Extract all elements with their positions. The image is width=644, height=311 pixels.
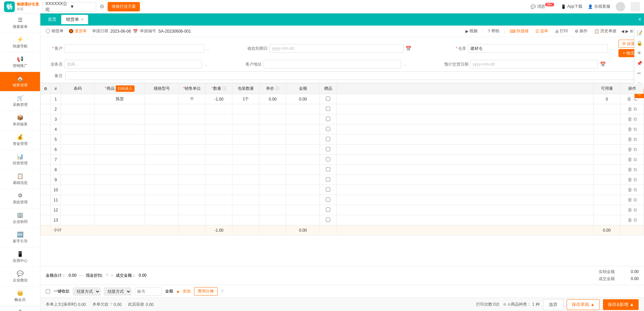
app-download-btn[interactable]: 📱 App下载	[561, 4, 582, 9]
delete-icon-1[interactable]: 🗑	[626, 96, 632, 102]
row-barcode-1[interactable]	[61, 94, 94, 104]
scan-btn[interactable]: 扫码录入	[116, 85, 135, 92]
copy-icon[interactable]: ⧉	[633, 126, 638, 132]
expense-help-icon[interactable]: ?	[221, 289, 223, 294]
delivery-calendar-icon[interactable]: 📅	[600, 62, 606, 67]
add-label[interactable]: 添加	[183, 288, 191, 294]
sidebar-item-sales[interactable]: 🏠 销售管理	[0, 72, 40, 91]
due-date-calendar-icon[interactable]: 📅	[406, 46, 411, 51]
sidebar-item-base[interactable]: 📋 基础信息	[0, 169, 40, 189]
staff-more-icon[interactable]: ...	[204, 62, 207, 67]
address-input[interactable]	[264, 60, 401, 69]
row-spec-1[interactable]	[145, 94, 179, 104]
due-date-input[interactable]	[270, 44, 404, 53]
panel-edit-btn[interactable]: ✏	[635, 69, 644, 78]
operation-btn[interactable]: ⚙ 操作	[573, 28, 590, 35]
tab-close-icon[interactable]: ×	[81, 17, 83, 22]
col-settings[interactable]: ⚙	[41, 83, 51, 94]
sidebar-item-marketing[interactable]: 📢 营销推广	[0, 52, 40, 72]
copy-icon[interactable]: ⧉	[633, 177, 638, 182]
row-product-1[interactable]: 拣货	[94, 94, 145, 104]
row-qty-1[interactable]: -1.00	[205, 94, 232, 104]
copy-icon[interactable]: ⧉	[633, 167, 638, 172]
copy-icon[interactable]: ⧉	[633, 207, 638, 212]
customer-more-icon[interactable]: ...	[206, 46, 210, 51]
row-amount-1[interactable]: 0.00	[286, 94, 320, 104]
panel-note-btn[interactable]: 📝	[635, 28, 644, 38]
avatar[interactable]	[616, 2, 625, 11]
delete-icon[interactable]: 🗑	[627, 197, 633, 202]
tab-sales-order[interactable]: 销货单 ×	[61, 15, 88, 24]
user-menu[interactable]	[631, 2, 640, 11]
delete-icon[interactable]: 🗑	[627, 116, 633, 122]
warehouse-input[interactable]	[468, 44, 608, 53]
tab-home[interactable]: 首页	[43, 15, 61, 24]
sidebar-item-inventory[interactable]: 📦 库存核算	[0, 111, 40, 130]
copy-icon[interactable]: ⧉	[633, 187, 638, 192]
delivery-date-input[interactable]	[470, 60, 598, 69]
shortcut-btn[interactable]: ⌨ 快捷键	[508, 28, 531, 35]
sidebar-item-wechat[interactable]: 💬 企业微信	[0, 267, 40, 286]
account-input[interactable]	[135, 287, 162, 296]
radio-return[interactable]: 退货单	[69, 28, 87, 34]
nav-next-btn[interactable]: ▶	[626, 29, 629, 34]
copy-icon[interactable]: ⧉	[633, 106, 638, 112]
company-selector[interactable]: XXXXXX公司 ▼	[42, 2, 96, 11]
warehouse-more-icon[interactable]: ...	[610, 46, 613, 51]
sidebar-item-operations[interactable]: 📊 经营管理	[0, 150, 40, 169]
row-pkg-1[interactable]: 1个	[232, 94, 259, 104]
sidebar-item-guide[interactable]: 🆕 新手引导	[0, 228, 40, 247]
customer-input[interactable]	[65, 44, 204, 53]
copy-icon[interactable]: ⧉	[633, 217, 638, 223]
sidebar-item-system[interactable]: ⚙ 系统管理	[0, 189, 40, 208]
radio-sales[interactable]: 销货单	[46, 28, 64, 34]
sidebar-item-member[interactable]: 👑 畅会员	[0, 286, 40, 306]
view-list-btn[interactable]: ≡	[630, 28, 633, 34]
address-more-icon[interactable]: ...	[403, 62, 407, 67]
panel-lock-btn[interactable]: 🔒	[635, 38, 644, 48]
remark-input[interactable]	[65, 71, 639, 80]
tab-bar-close[interactable]: ×	[638, 16, 641, 23]
delete-icon[interactable]: 🗑	[627, 177, 633, 182]
nav-prev-btn[interactable]: ◀	[621, 29, 624, 34]
add-icon[interactable]: ●	[177, 289, 179, 294]
delete-icon[interactable]: 🗑	[627, 147, 633, 152]
delete-icon[interactable]: 🗑	[627, 167, 633, 172]
sidebar-item-finance[interactable]: 💰 资金管理	[0, 130, 40, 150]
sidebar-item-purchase[interactable]: 🛒 采购管理	[0, 91, 40, 111]
discount-info-icon[interactable]: ?	[106, 273, 108, 278]
copy-icon[interactable]: ⧉	[633, 197, 638, 202]
calendar-icon[interactable]: 📅	[133, 29, 138, 34]
help-btn[interactable]: ? 帮助	[486, 28, 501, 35]
delete-icon[interactable]: 🗑	[627, 137, 633, 142]
video-btn[interactable]: ▶ 视频	[463, 28, 480, 35]
delete-icon[interactable]: 🗑	[627, 187, 633, 192]
sidebar-settings-btn[interactable]: ⚙	[0, 306, 40, 311]
debt-info-icon[interactable]: ?	[110, 302, 112, 307]
staff-input[interactable]	[65, 60, 202, 69]
one-click-checkbox[interactable]	[46, 289, 50, 294]
row-gift-1[interactable]	[320, 94, 337, 104]
select-order-btn[interactable]: ☰ 选单	[533, 28, 550, 35]
online-service-btn[interactable]: 👤 在线客服	[588, 4, 610, 9]
copy-icon[interactable]: ⧉	[633, 147, 638, 152]
delete-icon[interactable]: 🗑	[627, 217, 633, 223]
delete-icon[interactable]: 🗑	[627, 207, 633, 212]
expense-btn[interactable]: 费用分摊	[194, 287, 218, 296]
abandon-btn[interactable]: 放弃	[543, 299, 563, 310]
delete-icon[interactable]: 🗑	[627, 106, 633, 112]
sidebar-item-enterprise[interactable]: 🏢 企业协同	[0, 208, 40, 228]
gear-icon[interactable]: ⚙	[100, 3, 104, 10]
sidebar-item-appstore[interactable]: 📱 应用中心	[0, 247, 40, 267]
history-btn[interactable]: 📋 历史单据	[592, 28, 618, 35]
trial-btn[interactable]: 体验行业方案	[108, 2, 140, 11]
calc-method-select[interactable]: 结算方式	[73, 287, 101, 296]
print-btn[interactable]: 🖨 打印	[553, 28, 570, 35]
row-unit-1[interactable]: 个	[179, 94, 205, 104]
copy-icon[interactable]: ⧉	[633, 137, 638, 142]
message-btn[interactable]: 💬 消息 99+	[531, 4, 556, 9]
delete-icon[interactable]: 🗑	[627, 157, 633, 162]
sidebar-item-search[interactable]: ☰ 搜索菜单	[0, 13, 40, 33]
calc-method-select2[interactable]: 结算方式	[104, 287, 131, 296]
copy-icon[interactable]: ⧉	[633, 157, 638, 162]
